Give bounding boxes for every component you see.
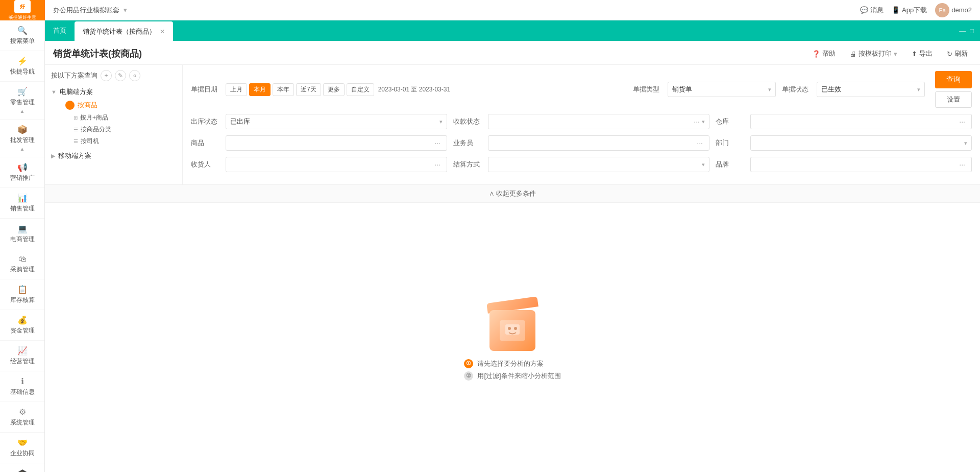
filter-goods-field: 商品 ··· [191, 135, 447, 151]
dept-arrow-icon: ▾ [964, 140, 967, 147]
dropdown-arrow-icon: ▾ [124, 6, 127, 14]
print-btn[interactable]: 🖨 按模板打印 ▾ [846, 47, 901, 60]
collapse-more-btn[interactable]: ∧ 收起更多条件 [45, 185, 980, 203]
filter-scheme-header: 按以下方案查询 + ✎ « [51, 70, 176, 81]
sidebar-item-quicknav[interactable]: ⚡ 快捷导航 [0, 51, 44, 82]
collapse-label: ∧ 收起更多条件 [489, 189, 536, 198]
tree-group-label: 电脑端方案 [60, 87, 93, 97]
avatar: Ea [935, 3, 949, 17]
tab-close-icon[interactable]: ✕ [160, 29, 165, 35]
tab-active[interactable]: 销货单统计表（按商品） ✕ [75, 21, 173, 42]
settlement-control[interactable]: ▾ [488, 157, 709, 172]
tree-sub-label-month-goods: 按月+商品 [80, 113, 108, 122]
help-icon: ❓ [812, 50, 820, 58]
date-btn-7days[interactable]: 近7天 [296, 83, 321, 96]
print-label: 按模板打印 [859, 49, 892, 58]
app-download-btn[interactable]: 📱 App下载 [892, 6, 927, 15]
help-btn[interactable]: ❓ 帮助 [808, 47, 840, 60]
salesperson-control[interactable]: ··· [488, 135, 709, 151]
receiver-dots-icon[interactable]: ··· [432, 160, 443, 169]
message-btn[interactable]: 💬 消息 [860, 6, 884, 15]
export-btn[interactable]: ⬆ 导出 [908, 47, 937, 60]
date-btn-custom[interactable]: 自定义 [347, 83, 374, 96]
date-btn-last-month[interactable]: 上月 [226, 83, 247, 96]
sidebar-item-marketing[interactable]: 📢 营销推广 [0, 157, 44, 188]
sidebar-label-collab: 企业协同 [10, 449, 35, 458]
collab-icon: 🤝 [17, 438, 28, 447]
sidebar-label-marketing: 营销推广 [10, 174, 35, 182]
sidebar-item-sales[interactable]: 📊 销售管理 [0, 188, 44, 219]
payment-control[interactable]: ··· ▾ [488, 114, 709, 129]
docstatus-value: 已生效 [821, 85, 917, 94]
brand-control[interactable]: ··· [750, 157, 972, 172]
query-button[interactable]: 查询 [935, 71, 972, 88]
date-btn-more[interactable]: 更多 [323, 83, 345, 96]
sidebar-item-purchase[interactable]: 🛍 采购管理 [0, 249, 44, 279]
tree-item-category[interactable]: ☰ 按商品分类 [51, 124, 176, 135]
refresh-btn[interactable]: ↻ 刷新 [943, 47, 972, 60]
date-range-text: 2023-03-01 至 2023-03-31 [378, 85, 450, 94]
sidebar-item-system[interactable]: ⚙ 系统管理 [0, 402, 44, 433]
setting-button[interactable]: 设置 [935, 91, 972, 108]
tree-group-desktop: ▼ 电脑端方案 按商品 ⊞ 按月+商品 [51, 85, 176, 147]
sidebar-item-wholesale[interactable]: 📦 批发管理 ▲ [0, 120, 44, 157]
date-controls: 上月 本月 本年 近7天 更多 自定义 2023-03-01 至 2023-03… [226, 83, 627, 96]
goods-control[interactable]: ··· [226, 135, 447, 151]
category-icon: ☰ [74, 127, 78, 132]
tree-group-desktop-header[interactable]: ▼ 电脑端方案 [51, 85, 176, 99]
warehouse-dots-icon[interactable]: ··· [957, 117, 967, 126]
salesperson-dots-icon[interactable]: ··· [695, 139, 705, 147]
action-btns: 查询 设置 [935, 71, 972, 108]
sidebar-item-collab[interactable]: 🤝 企业协同 [0, 433, 44, 463]
doctype-value: 销货单 [672, 85, 768, 94]
tree-group-mobile-header[interactable]: ▶ 移动端方案 [51, 149, 176, 162]
doctype-label: 单据类型 [633, 85, 664, 94]
sidebar-item-management[interactable]: 📈 经营管理 [0, 341, 44, 371]
tree-group-mobile: ▶ 移动端方案 [51, 149, 176, 162]
tree-item-month-goods[interactable]: ⊞ 按月+商品 [51, 112, 176, 124]
wholesale-arrow: ▲ [20, 146, 25, 152]
tree-item-by-goods[interactable]: 按商品 [51, 99, 176, 112]
edit-scheme-btn[interactable]: ✎ [115, 70, 126, 81]
date-btn-this-year[interactable]: 本年 [273, 83, 294, 96]
dept-control[interactable]: ▾ [750, 135, 972, 151]
warehouse-control[interactable]: ··· [750, 114, 972, 129]
tab-home[interactable]: 首页 [45, 20, 75, 41]
doctype-arrow-icon: ▾ [768, 86, 771, 93]
sidebar-item-guide[interactable]: 🎓 新手引导 [0, 463, 44, 472]
scheme-title: 按以下方案查询 [51, 71, 97, 80]
receiver-control[interactable]: ··· [226, 157, 447, 172]
app-logo: 好 畅捷通好生意 [0, 0, 45, 20]
brand-dots-icon[interactable]: ··· [957, 160, 967, 169]
stockstatus-control[interactable]: 已出库 ▾ [226, 114, 447, 129]
wholesale-icon: 📦 [17, 125, 28, 134]
finance-icon: 💰 [17, 315, 28, 325]
retail-arrow: ▲ [20, 108, 25, 114]
doctype-control[interactable]: 销货单 ▾ [668, 82, 776, 97]
add-scheme-btn[interactable]: + [101, 70, 112, 81]
sidebar-label-basic: 基础信息 [10, 388, 35, 396]
sidebar-item-retail[interactable]: 🛒 零售管理 ▲ [0, 82, 44, 120]
payment-dots-icon[interactable]: ··· [692, 117, 702, 126]
mobile-tree-arrow: ▶ [51, 153, 55, 159]
empty-box [489, 310, 535, 351]
hint-text-2: 用[过滤]条件来缩小分析范围 [477, 371, 560, 381]
filter-tree: ▼ 电脑端方案 按商品 ⊞ 按月+商品 [51, 85, 176, 162]
logo-icon-text: 好 [20, 3, 25, 10]
page-title: 销货单统计表(按商品) [53, 48, 142, 60]
goods-dots-icon[interactable]: ··· [432, 139, 443, 147]
date-btn-this-month[interactable]: 本月 [249, 83, 271, 96]
filter-section: 按以下方案查询 + ✎ « ▼ 电脑端方案 [45, 65, 980, 185]
tree-item-driver[interactable]: ☰ 按司机 [51, 135, 176, 147]
warehouse-label: 仓库 [716, 117, 746, 126]
collapse-scheme-btn[interactable]: « [129, 70, 140, 81]
tab-min-icon[interactable]: — [959, 27, 966, 35]
sidebar-item-basic[interactable]: ℹ 基础信息 [0, 371, 44, 402]
docstatus-control[interactable]: 已生效 ▾ [817, 82, 925, 97]
sidebar-item-ecommerce[interactable]: 💻 电商管理 [0, 219, 44, 249]
sidebar-item-inventory[interactable]: 📋 库存核算 [0, 279, 44, 310]
sidebar-item-finance[interactable]: 💰 资金管理 [0, 310, 44, 341]
tab-max-icon[interactable]: □ [970, 27, 974, 35]
sidebar-item-search[interactable]: 🔍 搜索菜单 [0, 20, 44, 51]
user-btn[interactable]: Ea demo2 [935, 3, 972, 17]
